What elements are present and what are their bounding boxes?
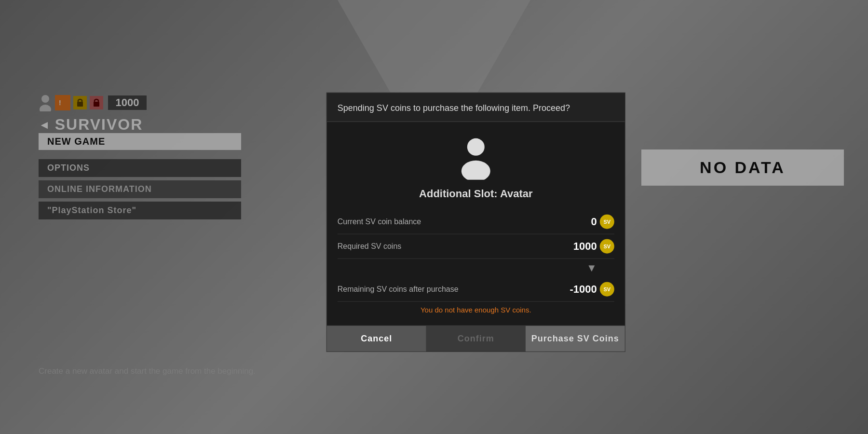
- modal-header-text: Spending SV coins to purchase the follow…: [338, 102, 614, 115]
- current-balance-value: 0 SV: [591, 215, 614, 229]
- remaining-coins-value: -1000 SV: [570, 282, 614, 297]
- error-message: You do not have enough SV coins.: [338, 302, 614, 316]
- arrow-down-divider: ▼: [338, 259, 614, 277]
- current-balance-row: Current SV coin balance 0 SV: [338, 210, 614, 234]
- current-balance-label: Current SV coin balance: [338, 217, 421, 226]
- required-coins-label: Required SV coins: [338, 242, 402, 251]
- svg-point-6: [461, 161, 490, 180]
- modal-buttons: Cancel Confirm Purchase SV Coins: [327, 326, 625, 352]
- sv-badge-current: SV: [600, 215, 614, 229]
- item-title: Additional Slot: Avatar: [338, 188, 614, 200]
- avatar-icon: [457, 136, 495, 180]
- purchase-sv-coins-button[interactable]: Purchase SV Coins: [526, 326, 625, 352]
- confirm-button: Confirm: [426, 326, 526, 352]
- required-coins-value: 1000 SV: [573, 239, 614, 254]
- remaining-coins-label: Remaining SV coins after purchase: [338, 285, 459, 294]
- cancel-button[interactable]: Cancel: [327, 326, 426, 352]
- sv-badge-required: SV: [600, 239, 614, 254]
- modal-header: Spending SV coins to purchase the follow…: [327, 93, 625, 122]
- required-coins-row: Required SV coins 1000 SV: [338, 234, 614, 259]
- remaining-coins-number: -1000: [570, 283, 597, 296]
- svg-point-5: [467, 138, 485, 156]
- remaining-coins-row: Remaining SV coins after purchase -1000 …: [338, 277, 614, 302]
- purchase-modal: Spending SV coins to purchase the follow…: [326, 93, 625, 352]
- sv-badge-remaining: SV: [600, 282, 614, 297]
- required-coins-number: 1000: [573, 240, 597, 253]
- current-balance-number: 0: [591, 216, 597, 228]
- modal-body: Additional Slot: Avatar Current SV coin …: [327, 122, 625, 326]
- avatar-figure: [338, 136, 614, 180]
